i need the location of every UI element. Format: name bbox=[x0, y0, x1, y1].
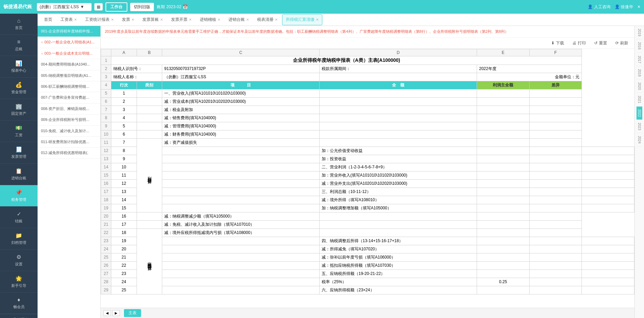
profit-cell[interactable] bbox=[477, 138, 529, 147]
tab-close-icon[interactable]: ✕ bbox=[246, 18, 249, 22]
amount-cell[interactable] bbox=[477, 237, 529, 245]
sidebar-item-report[interactable]: 📊报表中心 bbox=[0, 56, 38, 78]
diff-cell[interactable] bbox=[582, 204, 634, 212]
sidebar-item-home[interactable]: ⌂首页 bbox=[0, 14, 38, 35]
year-item-2017[interactable]: 2017 bbox=[636, 53, 642, 66]
work-btn[interactable]: 工作台 bbox=[106, 2, 127, 12]
profit-cell[interactable] bbox=[529, 155, 582, 163]
diff-cell[interactable] bbox=[582, 147, 634, 155]
profit-cell[interactable] bbox=[477, 220, 529, 229]
profit-cell[interactable] bbox=[529, 261, 582, 269]
profit-cell[interactable] bbox=[477, 122, 529, 130]
tab-工资表[interactable]: 工资表✕ bbox=[57, 14, 81, 25]
amount-cell[interactable] bbox=[477, 155, 529, 163]
diff-cell[interactable] bbox=[529, 106, 582, 114]
report-item-005[interactable]: 005-纳税调整项目明细表(A1... bbox=[38, 70, 100, 81]
tab-close-icon[interactable]: ✕ bbox=[275, 18, 278, 22]
amount-cell[interactable]: 0.25 bbox=[477, 278, 529, 286]
sidebar-item-sales[interactable]: 📋进销台账 bbox=[0, 164, 38, 185]
report-item-002[interactable]: 002-一般企业收入明细表(A1... bbox=[38, 37, 100, 48]
profit-cell[interactable] bbox=[477, 212, 529, 220]
diff-cell[interactable] bbox=[529, 220, 582, 229]
switch-btn[interactable]: 切到旧版 bbox=[130, 3, 154, 11]
main-table-tab[interactable]: 主表 bbox=[124, 309, 141, 317]
tab-close-icon[interactable]: ✕ bbox=[111, 18, 114, 22]
amount-cell[interactable] bbox=[477, 253, 529, 261]
diff-cell[interactable] bbox=[529, 89, 582, 97]
sidebar-item-tax[interactable]: 📌税务管理 bbox=[0, 185, 38, 207]
spreadsheet-wrapper[interactable]: A B C D E F 1 企业所 bbox=[101, 49, 634, 308]
diff-cell[interactable] bbox=[529, 130, 582, 138]
tab-所得税汇算清缴[interactable]: 所得税汇算清缴✕ bbox=[282, 14, 322, 25]
tab-工资统计报表[interactable]: 工资统计报表✕ bbox=[81, 14, 117, 25]
diff-cell[interactable] bbox=[582, 278, 634, 286]
profit-cell[interactable] bbox=[477, 106, 529, 114]
profit-cell[interactable] bbox=[477, 114, 529, 122]
amount-cell[interactable] bbox=[320, 89, 477, 97]
reset-btn[interactable]: ↺ 重置 bbox=[592, 39, 609, 47]
report-item-008[interactable]: 008-资产折旧、摊销及纳税... bbox=[38, 103, 100, 114]
tab-close-icon[interactable]: ✕ bbox=[189, 18, 192, 22]
amount-cell[interactable] bbox=[477, 269, 529, 278]
amount-cell[interactable] bbox=[320, 229, 477, 237]
service-btn[interactable]: 👤 人工咨询 bbox=[588, 4, 610, 10]
year-item-2023[interactable]: 2023 bbox=[636, 120, 642, 133]
amount-cell[interactable] bbox=[320, 122, 477, 130]
amount-cell[interactable] bbox=[320, 97, 477, 106]
profit-cell[interactable] bbox=[529, 278, 582, 286]
diff-cell[interactable] bbox=[582, 269, 634, 278]
tab-发票开票[interactable]: 发票开票✕ bbox=[167, 14, 195, 25]
company-selector[interactable]: (勿删）江西服宝-LSS ▼ bbox=[37, 3, 92, 11]
amount-cell[interactable] bbox=[320, 114, 477, 122]
diff-cell[interactable] bbox=[582, 261, 634, 269]
sidebar-footer[interactable]: ◁ 取消固定 bbox=[0, 314, 38, 318]
report-item-001[interactable]: 001-企业所得税年度纳税申报... bbox=[38, 26, 100, 37]
sidebar-item-settings[interactable]: ⚙设置 bbox=[0, 250, 38, 271]
profit-cell[interactable] bbox=[529, 245, 582, 253]
amount-cell[interactable] bbox=[320, 130, 477, 138]
amount-cell[interactable] bbox=[477, 204, 529, 212]
tab-首页[interactable]: 首页 bbox=[40, 14, 56, 25]
calendar-icon[interactable]: 📅 bbox=[183, 4, 188, 9]
diff-cell[interactable] bbox=[529, 122, 582, 130]
profit-cell[interactable] bbox=[529, 171, 582, 179]
sidebar-item-fund[interactable]: 💰资金管理 bbox=[0, 78, 38, 99]
year-item-2016[interactable]: 2016 bbox=[636, 39, 642, 53]
user-info[interactable]: 👤 徐逢华 bbox=[615, 4, 633, 10]
tab-close-icon[interactable]: ✕ bbox=[131, 18, 134, 22]
profit-cell[interactable] bbox=[529, 163, 582, 171]
amount-cell[interactable] bbox=[477, 163, 529, 171]
year-item-2019[interactable]: 2019 bbox=[636, 26, 642, 39]
amount-cell[interactable] bbox=[477, 245, 529, 253]
diff-cell[interactable] bbox=[582, 237, 634, 245]
diff-cell[interactable] bbox=[582, 245, 634, 253]
diff-cell[interactable] bbox=[582, 253, 634, 261]
sidebar-item-guide[interactable]: 🌟新手引导 bbox=[0, 271, 38, 293]
diff-cell[interactable] bbox=[582, 286, 634, 294]
amount-cell[interactable] bbox=[320, 220, 477, 229]
sidebar-item-asset[interactable]: 🏢固定资产 bbox=[0, 99, 38, 121]
tab-close-icon[interactable]: ✕ bbox=[74, 18, 77, 22]
report-item-007[interactable]: 007-广告费和业务宣传费超... bbox=[38, 92, 100, 103]
profit-cell[interactable] bbox=[529, 179, 582, 188]
profit-cell[interactable] bbox=[529, 188, 582, 196]
amount-cell[interactable] bbox=[477, 286, 529, 294]
refresh-btn[interactable]: ⟳ 刷新 bbox=[613, 39, 630, 47]
diff-cell[interactable] bbox=[529, 229, 582, 237]
profit-cell[interactable] bbox=[529, 196, 582, 204]
tab-close-icon[interactable]: ✕ bbox=[316, 18, 319, 22]
tab-进销稽核[interactable]: 进销稽核✕ bbox=[196, 14, 224, 25]
nav-prev[interactable]: ◀ bbox=[103, 310, 111, 316]
diff-cell[interactable] bbox=[582, 196, 634, 204]
tab-进销台账[interactable]: 进销台账✕ bbox=[225, 14, 253, 25]
diff-cell[interactable] bbox=[582, 163, 634, 171]
sidebar-item-member[interactable]: ♦畅会员 bbox=[0, 293, 38, 314]
sidebar-item-salary[interactable]: 💵工资 bbox=[0, 121, 38, 142]
profit-cell[interactable] bbox=[477, 229, 529, 237]
amount-cell[interactable] bbox=[320, 212, 477, 220]
amount-cell[interactable] bbox=[320, 138, 477, 147]
amount-cell[interactable] bbox=[477, 196, 529, 204]
print-btn[interactable]: 🖨 打印 bbox=[570, 39, 588, 47]
sidebar-item-invoice[interactable]: 🧾发票管理 bbox=[0, 142, 38, 164]
diff-cell[interactable] bbox=[582, 155, 634, 163]
